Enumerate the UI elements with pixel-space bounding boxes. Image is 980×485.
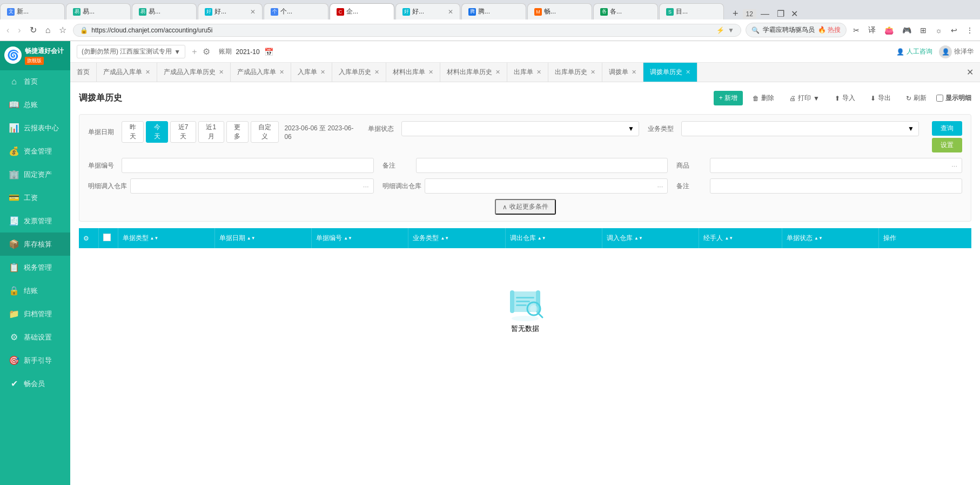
page-tab-produce-in2[interactable]: 产成品入库单 ✕ [231, 63, 291, 82]
table-th-checkbox[interactable] [98, 228, 118, 248]
browser-tab-6[interactable]: C 企... [330, 3, 394, 19]
table-th-type[interactable]: 单据类型 ▲▼ [118, 228, 214, 248]
page-tab-transfer[interactable]: 调拨单 ✕ [602, 63, 643, 82]
sidebar-item-ledger[interactable]: 📖 总账 [0, 93, 70, 116]
import-btn[interactable]: ⬆ 导入 [829, 91, 861, 105]
date-btn-custom[interactable]: 自定义 [251, 121, 279, 143]
browser-tab-5[interactable]: 个 个... [264, 3, 328, 19]
page-tab-material-out-close[interactable]: ✕ [428, 69, 433, 76]
page-tab-out-close[interactable]: ✕ [536, 69, 541, 76]
table-th-number[interactable]: 单据编号 ▲▼ [312, 228, 408, 248]
table-th-biz-type[interactable]: 业务类型 ▲▼ [408, 228, 505, 248]
user-service-btn[interactable]: 👤 人工咨询 [896, 47, 932, 56]
filter-detail-note-input[interactable] [710, 178, 962, 194]
calendar-icon[interactable]: 📅 [264, 48, 273, 56]
sidebar-item-inventory[interactable]: 📦 库存核算 [0, 232, 70, 256]
close-window-btn[interactable]: ✕ [788, 9, 801, 19]
bookmark-btn[interactable]: ☆ [57, 23, 69, 37]
browser-tab-1[interactable]: 文 新... [0, 3, 65, 19]
date-btn-more[interactable]: 更多 [226, 121, 249, 143]
menu-icon[interactable]: ⋮ [964, 24, 976, 37]
grid-icon[interactable]: ⊞ [918, 24, 929, 37]
page-tab-produce-in-close[interactable]: ✕ [145, 69, 150, 76]
table-th-date[interactable]: 单据日期 ▲▼ [214, 228, 311, 248]
page-tab-out[interactable]: 出库单 ✕ [507, 63, 548, 82]
new-btn[interactable]: + 新增 [714, 91, 743, 105]
filter-biz-type-select[interactable]: ▼ [681, 121, 919, 136]
sidebar-item-closing[interactable]: 🔒 结账 [0, 279, 70, 302]
browser-tab-10[interactable]: 各 各... [593, 3, 658, 19]
page-tab-in-history-close[interactable]: ✕ [374, 69, 379, 76]
browser-tab-2[interactable]: 易 易... [66, 3, 131, 19]
sidebar-item-member[interactable]: ✔ 畅会员 [0, 372, 70, 395]
table-th-out-warehouse[interactable]: 调出仓库 ▲▼ [505, 228, 602, 248]
sidebar-item-guide[interactable]: 🎯 新手引导 [0, 349, 70, 372]
filter-detail-in-select[interactable]: ··· [130, 178, 374, 194]
print-btn[interactable]: 🖨 打印 ▼ [784, 91, 825, 105]
extensions-btn[interactable]: ⚡ [716, 26, 724, 34]
undo-icon[interactable]: ↩ [949, 24, 959, 37]
filter-status-select[interactable]: ▼ [401, 121, 639, 136]
table-th-gear[interactable]: ⚙ [79, 228, 98, 248]
settings-gear-icon[interactable]: ⚙ [203, 46, 210, 57]
dropdown-btn[interactable]: ▼ [728, 26, 734, 34]
sidebar-item-home[interactable]: ⌂ 首页 [0, 70, 70, 93]
filter-detail-out-select[interactable]: ··· [425, 178, 668, 194]
date-btn-7days[interactable]: 近7天 [170, 121, 196, 143]
back-btn[interactable]: ‹ [4, 23, 11, 37]
page-tab-material-out[interactable]: 材料出库单 ✕ [386, 63, 440, 82]
page-tab-transfer-history[interactable]: 调拨单历史 ✕ [643, 63, 697, 82]
tab-close-7[interactable]: ✕ [448, 8, 453, 16]
browser-tab-3[interactable]: 易 易... [132, 3, 197, 19]
page-tab-material-out-history-close[interactable]: ✕ [495, 69, 500, 76]
table-gear-icon[interactable]: ⚙ [83, 235, 89, 242]
refresh-btn[interactable]: ↻ [28, 23, 39, 37]
query-btn[interactable]: 查询 [932, 121, 962, 136]
page-tab-in[interactable]: 入库单 ✕ [291, 63, 332, 82]
search-input-bar[interactable]: 🔍 学霸应聘场驱鸟员 🔥 热搜 [746, 23, 847, 37]
table-th-in-warehouse[interactable]: 调入仓库 ▲▼ [602, 228, 699, 248]
table-select-all-checkbox[interactable] [103, 234, 111, 241]
page-tab-material-out-history[interactable]: 材料出库单历史 ✕ [440, 63, 507, 82]
browser-tab-9[interactable]: M 畅... [527, 3, 592, 19]
sidebar-item-tax[interactable]: 📋 税务管理 [0, 256, 70, 279]
translate-icon[interactable]: 译 [866, 23, 878, 37]
refresh-btn-action[interactable]: ↻ 刷新 [901, 91, 932, 105]
page-tab-transfer-history-close[interactable]: ✕ [686, 69, 690, 76]
brightness-icon[interactable]: ☼ [933, 24, 944, 37]
game-icon[interactable]: 🎮 [900, 24, 914, 37]
page-tab-produce-in2-close[interactable]: ✕ [279, 69, 284, 76]
show-cols-checkbox-label[interactable]: 显示明细 [936, 94, 971, 103]
page-tab-home[interactable]: 首页 [70, 63, 97, 82]
settings-btn[interactable]: 设置 [932, 138, 962, 152]
page-tab-out-history-close[interactable]: ✕ [590, 69, 595, 76]
show-cols-checkbox[interactable] [936, 95, 943, 102]
page-tab-transfer-close[interactable]: ✕ [632, 69, 636, 76]
browser-tab-8[interactable]: 腾 腾... [461, 3, 526, 19]
scissors-icon[interactable]: ✂ [851, 24, 862, 37]
company-selector[interactable]: (勿删勿禁用) 江西服宝测试专用 ▼ [77, 45, 185, 58]
url-bar[interactable]: 🔒 https://cloud.chanjet.com/accounting/u… [73, 24, 741, 37]
sidebar-item-reports[interactable]: 📊 云报表中心 [0, 116, 70, 139]
new-tab-btn[interactable]: + [729, 8, 742, 19]
filter-note-input[interactable] [416, 158, 668, 173]
home-btn[interactable]: ⌂ [43, 23, 53, 37]
close-all-tabs-btn[interactable]: ✕ [960, 67, 980, 77]
sidebar-item-salary[interactable]: 💳 工资 [0, 186, 70, 209]
maximize-btn[interactable]: ❐ [774, 9, 788, 19]
date-btn-today[interactable]: 今天 [146, 121, 168, 143]
forward-btn[interactable]: › [16, 23, 23, 37]
sidebar-item-settings[interactable]: ⚙ 基础设置 [0, 325, 70, 349]
browser-tab-7[interactable]: 好 好... ✕ [395, 3, 460, 19]
browser-tab-11[interactable]: S 目... [659, 3, 724, 19]
sidebar-item-fixed-assets[interactable]: 🏢 固定资产 [0, 163, 70, 186]
wallet-icon[interactable]: 👛 [882, 24, 896, 37]
sidebar-item-invoice[interactable]: 🧾 发票管理 [0, 209, 70, 232]
delete-btn[interactable]: 🗑 删除 [747, 91, 780, 105]
sidebar-item-archive[interactable]: 📁 归档管理 [0, 302, 70, 325]
page-tab-produce-in-history-close[interactable]: ✕ [219, 69, 224, 76]
filter-goods-select[interactable]: ··· [710, 158, 962, 173]
page-tab-in-history[interactable]: 入库单历史 ✕ [332, 63, 386, 82]
page-tab-out-history[interactable]: 出库单历史 ✕ [548, 63, 602, 82]
sidebar-item-funds[interactable]: 💰 资金管理 [0, 139, 70, 163]
